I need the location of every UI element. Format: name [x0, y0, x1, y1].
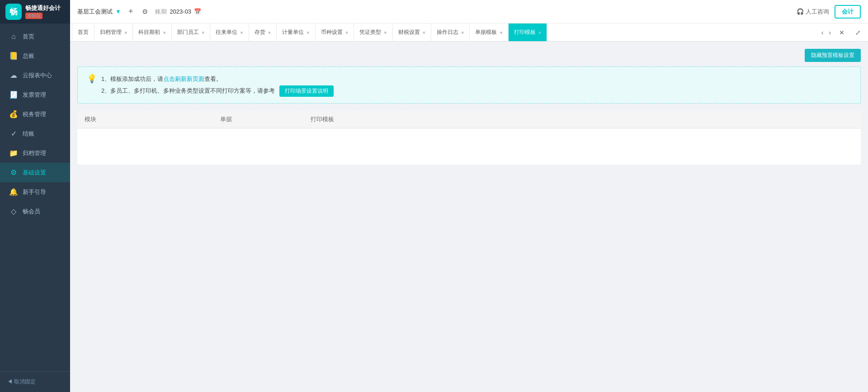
tab-operation-log[interactable]: 操作日志× [431, 24, 470, 42]
tab-close-tax-settings[interactable]: × [423, 30, 425, 35]
nav-icon-general-ledger: 📒 [9, 52, 18, 60]
period-value: 2023-03 [170, 8, 191, 15]
dropdown-icon: ▼ [115, 8, 121, 15]
nav-icon-new-guide: 🔔 [9, 188, 18, 196]
tab-dept-staff[interactable]: 部门员工× [172, 24, 210, 42]
nav-label-tax-mgmt: 税务管理 [23, 110, 46, 118]
tab-close-single-form[interactable]: × [500, 30, 502, 35]
tab-bar: 首页归档管理×科目期初×部门员工×往来单位×存货×计量单位×币种设置×凭证类型×… [70, 24, 868, 42]
hide-template-btn-container: 隐藏预置模板设置 [77, 49, 861, 62]
tab-label-single-form: 单据模板 [475, 28, 497, 36]
nav-label-new-guide: 新手引导 [23, 188, 46, 196]
tab-close-voucher-type[interactable]: × [384, 30, 387, 35]
tab-expand-button[interactable]: ⤢ [850, 24, 866, 42]
tab-actions: ‹ › ✕ ⤢ [819, 24, 866, 42]
sidebar-item-home[interactable]: ⌂ 首页 [0, 27, 70, 46]
tab-counterpart[interactable]: 往来单位× [210, 24, 249, 42]
sidebar-item-member[interactable]: ◇ 畅会员 [0, 202, 70, 221]
tab-label-dept-staff: 部门员工 [177, 28, 199, 36]
logo-badge: 旗舰版 [25, 13, 42, 19]
info-line2: 2、多员工、多打印机、多种业务类型设置不同打印方案等，请参考 打印场景设置说明 [101, 85, 334, 97]
tab-label-currency: 币种设置 [321, 28, 343, 36]
tab-next-button[interactable]: › [826, 24, 834, 42]
tab-close-archive-mgmt[interactable]: × [124, 30, 127, 35]
hide-template-button[interactable]: 隐藏预置模板设置 [805, 49, 861, 62]
sidebar-nav: ⌂ 首页 📒 总账 ☁ 云报表中心 🧾 发票管理 💰 税务管理 ✓ 结账 📁 归… [0, 24, 70, 371]
sidebar-item-new-guide[interactable]: 🔔 新手引导 [0, 182, 70, 202]
tab-close-subject-init[interactable]: × [163, 30, 165, 35]
calendar-icon[interactable]: 📅 [194, 8, 201, 15]
col-print: 打印模板 [303, 115, 861, 123]
accountant-button[interactable]: 会计 [835, 5, 861, 19]
tab-close-inventory[interactable]: × [268, 30, 271, 35]
table-header: 模块 单据 打印模板 [77, 111, 861, 128]
company-name: 基层工会测试 [77, 8, 113, 16]
print-scene-button[interactable]: 打印场景设置说明 [279, 85, 334, 97]
tab-tax-settings[interactable]: 财税设置× [393, 24, 431, 42]
refresh-link[interactable]: 点击刷新新页面 [163, 76, 204, 82]
sidebar-item-cloud-reports[interactable]: ☁ 云报表中心 [0, 66, 70, 85]
tab-prev-button[interactable]: ‹ [819, 24, 826, 42]
nav-label-home: 首页 [23, 33, 34, 41]
nav-label-invoice-mgmt: 发票管理 [23, 91, 46, 99]
sidebar-item-tax-mgmt[interactable]: 💰 税务管理 [0, 104, 70, 124]
info-text: 1、模板添加成功后，请点击刷新新页面查看。 2、多员工、多打印机、多种业务类型设… [101, 73, 334, 97]
tab-close-unit-measure[interactable]: × [307, 30, 309, 35]
tab-voucher-type[interactable]: 凭证类型× [354, 24, 392, 42]
tab-inventory[interactable]: 存货× [249, 24, 277, 42]
tab-close-all-button[interactable]: ✕ [834, 24, 850, 42]
tab-home[interactable]: 首页 [72, 24, 94, 42]
tab-label-subject-init: 科目期初 [138, 28, 160, 36]
logo-title: 畅捷通好会计 [25, 5, 61, 12]
headset-icon: 🎧 [797, 8, 804, 15]
sidebar-unpin-button[interactable]: ◀ 取消固定 [0, 371, 70, 392]
print-template-table: 模块 单据 打印模板 [77, 111, 861, 165]
nav-icon-settlement: ✓ [9, 129, 18, 138]
tab-close-operation-log[interactable]: × [461, 30, 464, 35]
tab-close-currency[interactable]: × [345, 30, 348, 35]
settings-icon[interactable]: ⚙ [140, 8, 150, 16]
tab-label-voucher-type: 凭证类型 [359, 28, 381, 36]
logo-icon: 畅 [5, 4, 22, 20]
info-box: 💡 1、模板添加成功后，请点击刷新新页面查看。 2、多员工、多打印机、多种业务类… [77, 66, 861, 104]
add-tab-button[interactable]: + [127, 7, 135, 16]
tab-close-dept-staff[interactable]: × [202, 30, 204, 35]
nav-icon-tax-mgmt: 💰 [9, 110, 18, 118]
sidebar-item-invoice-mgmt[interactable]: 🧾 发票管理 [0, 85, 70, 104]
sidebar-item-archive-mgmt[interactable]: 📁 归档管理 [0, 143, 70, 163]
nav-icon-home: ⌂ [9, 33, 18, 41]
top-header: 基层工会测试 ▼ + ⚙ 账期 2023-03 📅 🎧 人工咨询 会计 [70, 0, 868, 24]
tab-currency[interactable]: 币种设置× [316, 24, 354, 42]
service-label: 人工咨询 [806, 8, 829, 16]
col-module: 模块 [77, 115, 213, 123]
tab-subject-init[interactable]: 科目期初× [133, 24, 171, 42]
sidebar-item-settlement[interactable]: ✓ 结账 [0, 124, 70, 143]
info-line1-prefix: 1、模板添加成功后，请 [101, 76, 163, 82]
nav-icon-invoice-mgmt: 🧾 [9, 90, 18, 99]
tab-label-print-template: 打印模板 [514, 28, 536, 36]
company-selector[interactable]: 基层工会测试 ▼ [77, 8, 121, 16]
tab-archive-mgmt[interactable]: 归档管理× [94, 24, 133, 42]
tab-label-tax-settings: 财税设置 [398, 28, 420, 36]
tab-unit-measure[interactable]: 计量单位× [277, 24, 315, 42]
tab-close-counterpart[interactable]: × [240, 30, 243, 35]
info-box-content: 💡 1、模板添加成功后，请点击刷新新页面查看。 2、多员工、多打印机、多种业务类… [87, 73, 851, 97]
tab-label-inventory: 存货 [255, 28, 265, 36]
sidebar-item-general-ledger[interactable]: 📒 总账 [0, 46, 70, 66]
nav-label-member: 畅会员 [23, 208, 40, 216]
info-line1: 1、模板添加成功后，请点击刷新新页面查看。 [101, 73, 334, 85]
tab-single-form[interactable]: 单据模板× [470, 24, 508, 42]
tab-print-template[interactable]: 打印模板× [509, 24, 547, 42]
tab-close-print-template[interactable]: × [538, 30, 541, 35]
info-line1-suffix: 查看。 [204, 76, 222, 82]
logo-text: 畅捷通好会计 旗舰版 [25, 5, 61, 19]
info-line2-prefix: 2、多员工、多打印机、多种业务类型设置不同打印方案等，请参考 [101, 87, 275, 94]
tab-label-operation-log: 操作日志 [437, 28, 458, 36]
nav-label-basic-settings: 基础设置 [23, 169, 46, 177]
customer-service-button[interactable]: 🎧 人工咨询 [797, 8, 829, 16]
main-area: 基层工会测试 ▼ + ⚙ 账期 2023-03 📅 🎧 人工咨询 会计 首页归档… [70, 0, 868, 392]
col-single: 单据 [213, 115, 303, 123]
sidebar-item-basic-settings[interactable]: ⚙ 基础设置 [0, 163, 70, 182]
nav-label-settlement: 结账 [23, 130, 34, 138]
nav-icon-basic-settings: ⚙ [9, 168, 18, 177]
